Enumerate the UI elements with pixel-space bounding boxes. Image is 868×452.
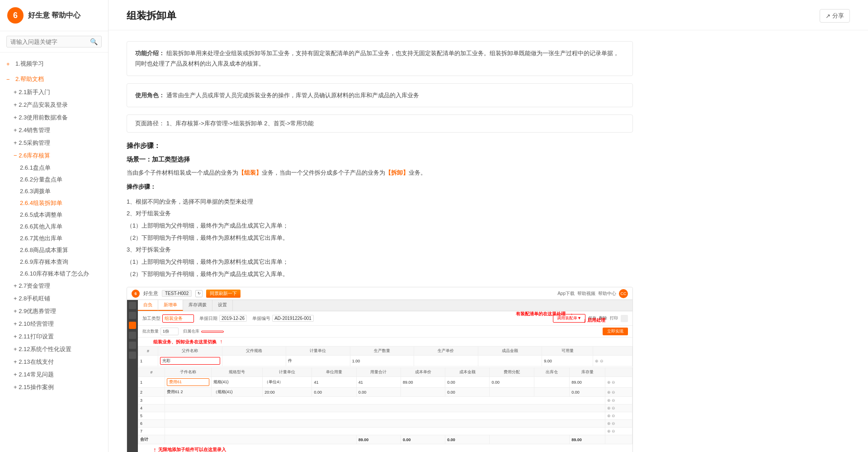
th-total-qty: 用量合计 bbox=[356, 368, 401, 377]
sidebar-item-faq[interactable]: + 2.14常见问题 bbox=[14, 368, 108, 381]
user-avatar: CC bbox=[619, 289, 628, 298]
share-button[interactable]: ↗ 分享 bbox=[820, 9, 850, 23]
sidebar-item-mobile[interactable]: + 2.8手机旺铺 bbox=[14, 292, 108, 305]
row-action-icons-2[interactable]: ⊕ ⊖ bbox=[607, 390, 616, 395]
bottom-table: # 子件名称 规格型号 计量单位 单位用量 用量合计 成本单价 成本金额 费用分 bbox=[138, 367, 632, 444]
step-1: 1、根据不同的业务，选择不同单据的类型来处理 bbox=[127, 196, 633, 208]
search-input[interactable] bbox=[10, 38, 90, 45]
th-child-name: 子件名称 bbox=[165, 368, 211, 377]
row-action-icons-4[interactable]: ⊕ ⊖ bbox=[607, 406, 616, 410]
sidebar-item-269[interactable]: 2.6.9库存账本查询 bbox=[20, 256, 108, 268]
help-video-link[interactable]: 帮助视频 bbox=[577, 290, 595, 297]
sidebar-item-data[interactable]: + 2.3使用前数据准备 bbox=[14, 111, 108, 124]
scene1-steps-list: 1、根据不同的业务，选择不同单据的类型来处理 2、对于组装业务 （1）上部明细为… bbox=[127, 196, 633, 280]
sidebar-item-install[interactable]: + 2.2产品安装及登录 bbox=[14, 99, 108, 111]
sidebar-item-262[interactable]: 2.6.2分量盘点单 bbox=[20, 174, 108, 186]
td-total-fee bbox=[490, 435, 570, 444]
qty-input[interactable]: 1份 bbox=[160, 328, 179, 335]
sidebar-item-267[interactable]: 2.6.7其他出库单 bbox=[20, 233, 108, 244]
step-3: 3、对于拆装业务 bbox=[127, 244, 633, 256]
sidebar-item-2610[interactable]: 2.6.10库存账本错了怎么办 bbox=[20, 268, 108, 280]
expand-icon: + bbox=[14, 358, 19, 365]
sidebar-item-video[interactable]: + 1.视频学习 bbox=[0, 57, 108, 71]
table-row: 2 费用61 2 （规格(41) 20:00 0.00 0.00 0.00 bbox=[138, 388, 632, 397]
th-qty: 生产数量 bbox=[350, 347, 414, 356]
warehouse-input[interactable] bbox=[201, 331, 224, 333]
sidebar-icon-1 bbox=[129, 302, 136, 309]
td-unit-qty-2: 0.00 bbox=[312, 388, 356, 397]
help-center-link[interactable]: 帮助中心 bbox=[598, 290, 616, 297]
row-action-icons-3[interactable]: ⊕ ⊖ bbox=[607, 398, 616, 403]
callout-enable-arrow: ↓ bbox=[583, 317, 586, 324]
sidebar-item-coupon[interactable]: + 2.9优惠券管理 bbox=[14, 305, 108, 318]
th-available: 可用量 bbox=[542, 347, 593, 356]
td-total-stock: 89.00 bbox=[570, 435, 605, 444]
sidebar-item-265[interactable]: 2.6.5成本调整单 bbox=[20, 209, 108, 221]
form-date-input[interactable]: 2019-12-26 bbox=[219, 315, 247, 322]
sidebar-item-264[interactable]: 2.6.4组装拆卸单 bbox=[20, 197, 108, 209]
expand-icon: + bbox=[14, 114, 19, 121]
sidebar-search-area: 🔍 bbox=[0, 31, 108, 52]
child-name-input-1[interactable]: 费用61 bbox=[167, 378, 209, 386]
sidebar-item-cases[interactable]: + 2.15操作案例 bbox=[14, 381, 108, 394]
td-price bbox=[414, 356, 478, 366]
sidebar-item-system[interactable]: + 2.12系统个性化设置 bbox=[14, 343, 108, 356]
parent-name-input[interactable]: 光彩 bbox=[160, 357, 220, 365]
sidebar-item-261[interactable]: 2.6.1盘点单 bbox=[20, 162, 108, 174]
row-action-icons-7[interactable]: ⊕ ⊖ bbox=[607, 429, 616, 433]
app-tab-transfer[interactable]: 库存调拨 bbox=[183, 300, 212, 311]
sidebar-item-newcomer[interactable]: + 2.1新手入门 bbox=[14, 86, 108, 99]
sidebar-item-268[interactable]: 2.6.8商品成本重算 bbox=[20, 244, 108, 256]
td-b-seq-7: 7 bbox=[138, 428, 165, 435]
table-row-header-bottom: # 子件名称 规格型号 计量单位 单位用量 用量合计 成本单价 成本金额 费用分 bbox=[138, 368, 632, 377]
sidebar-item-docs[interactable]: − 2.帮助文档 bbox=[0, 72, 108, 86]
form-no-input[interactable]: AD-20191226-001 bbox=[272, 315, 314, 322]
th-cost-amount: 成本金额 bbox=[445, 368, 490, 377]
app-tab-settings[interactable]: 设置 bbox=[212, 300, 233, 311]
sidebar-item-print[interactable]: + 2.11打印设置 bbox=[14, 330, 108, 343]
callout-bom-arrow: → bbox=[567, 310, 574, 318]
share-label: 分享 bbox=[832, 12, 844, 20]
sidebar-item-266[interactable]: 2.6.6其他入库单 bbox=[20, 221, 108, 233]
collapse-icon: − bbox=[14, 152, 19, 159]
row-action-icons[interactable]: ⊕ ⊖ bbox=[607, 380, 616, 385]
table-row: 3 ⊕ ⊖ bbox=[138, 397, 632, 404]
callout-add-text: 无限地添加子组件可以在这里录入 bbox=[158, 447, 226, 452]
sidebar-search-wrap[interactable]: 🔍 bbox=[6, 36, 102, 48]
nav-group-docs: − 2.帮助文档 + 2.1新手入门 + 2.2产品安装及登录 + 2.3使用前… bbox=[0, 71, 108, 395]
th-fee: 费用分配 bbox=[490, 368, 534, 377]
disassemble-label: 【拆卸】 bbox=[385, 169, 409, 176]
bottom-table-container: # 子件名称 规格型号 计量单位 单位用量 用量合计 成本单价 成本金额 费用分 bbox=[138, 367, 632, 444]
sidebar-nav: + 1.视频学习 − 2.帮助文档 + 2.1新手入门 + 2.2产品安装及登录… bbox=[0, 52, 108, 452]
sidebar-item-finance[interactable]: + 2.7资金管理 bbox=[14, 280, 108, 292]
callout-bom: 有装配清单的在这里处理 → bbox=[516, 310, 574, 318]
app-sidebar-icons bbox=[127, 300, 138, 452]
sidebar-item-263[interactable]: 2.6.3调拨单 bbox=[20, 186, 108, 197]
form-type-field: 加工类型 组装业务 bbox=[142, 314, 194, 323]
path-text: 1、库存核算->库存管理->组装拆卸单 2、首页->常用功能 bbox=[166, 120, 314, 127]
td-empty-6 bbox=[165, 420, 605, 428]
app-download-link[interactable]: App下载 bbox=[557, 290, 575, 297]
callout-bom-text: 有装配清单的在这里处理 bbox=[516, 311, 566, 317]
row-action-icons[interactable]: ⊕ ⊖ bbox=[595, 359, 604, 363]
expand-icon: + bbox=[14, 139, 19, 146]
app-tab-new[interactable]: 新增单 bbox=[158, 300, 183, 311]
sidebar-item-sales[interactable]: + 2.4销售管理 bbox=[14, 124, 108, 137]
app-topbar-btn[interactable]: 同票刷新一下 bbox=[206, 290, 241, 298]
row-action-icons-6[interactable]: ⊕ ⊖ bbox=[607, 421, 616, 426]
app-tab-home[interactable]: 自负 bbox=[138, 300, 158, 311]
row-action-icons-5[interactable]: ⊕ ⊖ bbox=[607, 414, 616, 418]
confirm-btn-wrap: 立即实现 bbox=[603, 328, 628, 335]
sidebar-item-warehouse[interactable]: − 2.6库存核算 bbox=[14, 149, 108, 162]
form-date-label: 单据日期 bbox=[199, 315, 217, 322]
sidebar-item-ops[interactable]: + 2.10经营管理 bbox=[14, 318, 108, 330]
td-total-amount: 0.00 bbox=[445, 435, 490, 444]
func-intro-label: 功能介绍： bbox=[135, 50, 165, 57]
sidebar-item-payment[interactable]: + 2.13在线支付 bbox=[14, 356, 108, 368]
th-unit-qty: 单位用量 bbox=[312, 368, 356, 377]
confirm-btn[interactable]: 立即实现 bbox=[603, 328, 628, 335]
app-screenshot: 6 好生意 TEST-H002 ↻ 同票刷新一下 App下载 帮助视频 帮助中心… bbox=[127, 287, 632, 452]
sidebar-item-purchase[interactable]: + 2.5采购管理 bbox=[14, 137, 108, 149]
form-type-input[interactable]: 组装业务 bbox=[162, 314, 194, 323]
td-b-unit-2: 20:00 bbox=[263, 388, 312, 397]
